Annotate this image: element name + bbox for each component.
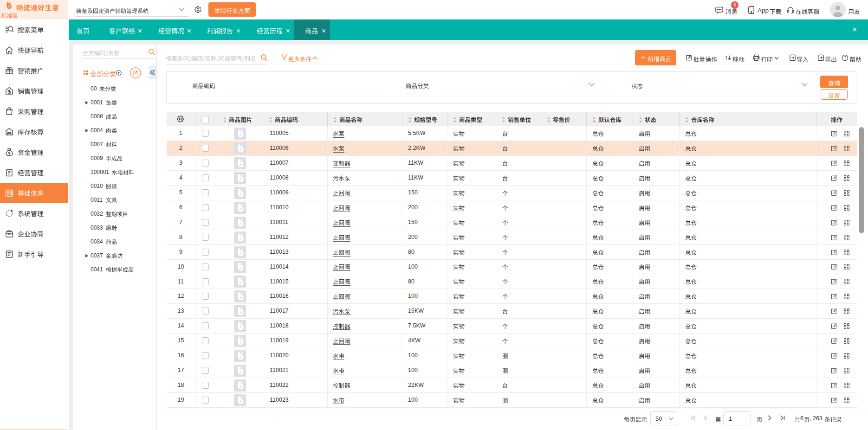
svg-text:1: 1 [725, 55, 728, 60]
svg-text:?: ? [844, 55, 846, 60]
